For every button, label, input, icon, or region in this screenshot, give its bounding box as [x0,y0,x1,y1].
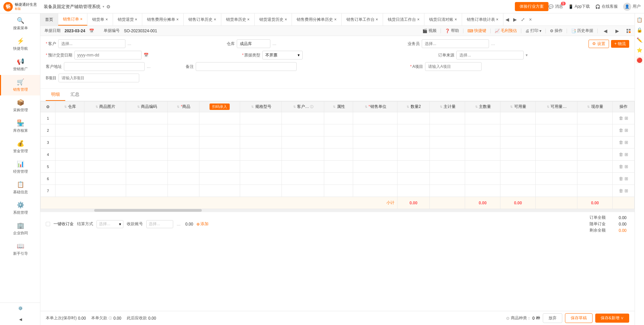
sidebar-item-marketing[interactable]: 📢 营销推广 [0,54,40,75]
toolbar-nav-prev[interactable]: ◀ [602,28,609,34]
tab-sales-expense[interactable]: 销售费用分摊单 × [142,13,184,26]
sidebar-item-sales[interactable]: 🛒 销售管理 [0,75,40,95]
tab-detail[interactable]: 明细 [46,89,65,101]
sort-customer-code[interactable]: ⇅ [293,105,296,109]
sidebar-collapse-btn[interactable]: ◀ [0,314,40,325]
col-header-gear[interactable]: ⚙ [41,101,55,112]
scan-btn[interactable]: 扫码录入 [210,104,230,110]
row-1-spec[interactable] [240,112,282,124]
add-logistics-btn[interactable]: + 物流 [611,40,629,48]
delivery-date-input[interactable] [74,51,142,59]
row-3-delete-icon[interactable]: 🗑 [619,140,623,145]
row-3-product[interactable] [168,136,199,149]
row-2-customer-code[interactable] [282,124,324,136]
order-source-input[interactable] [456,51,524,59]
system-settings-icon[interactable]: ⚙ [106,4,111,9]
tab-summary[interactable]: 汇总 [65,89,85,101]
row-3-image[interactable] [84,136,126,149]
warehouse-value[interactable]: 成品库 [237,39,270,48]
sort-image[interactable]: ⇅ [96,105,98,109]
row-1-qty2[interactable] [397,112,430,124]
right-btn-2[interactable]: 🔒 [636,26,643,34]
toolbar-preview[interactable]: 🎬 视频 [422,28,437,34]
sort-qty2[interactable]: ⇅ [407,105,409,109]
tab-return-history[interactable]: 销货退货历史 × [255,13,292,26]
tab-daily-workbench[interactable]: 钱货日清工作台 × [383,13,424,26]
row-2-code[interactable] [126,124,168,136]
deposit-checkbox[interactable] [46,222,50,226]
tab-sales-stats[interactable]: 销售订单统计表 × [462,13,503,26]
row-1-warehouse[interactable] [55,112,84,124]
tab-sales-order-history[interactable]: 销售订单历史 × [184,13,221,26]
row-1-product[interactable] [168,112,199,124]
tab-nav-next[interactable]: ▶ [511,17,519,22]
row-1-image[interactable] [84,112,126,124]
toolbar-shortcut[interactable]: ⌨ 快捷键 [467,28,486,34]
sort-main-qty[interactable]: ⇅ [475,105,478,109]
row-2-qty2[interactable] [397,124,430,136]
table-scrollbar[interactable] [40,209,635,212]
app-download-item[interactable]: 📱 App下载 [568,4,590,9]
address-more-icon[interactable]: … [147,64,151,69]
sort-unit[interactable]: ⇅ [365,105,368,109]
tab-home[interactable]: 首页 [40,13,58,26]
row-1-available2[interactable] [536,112,577,124]
row-1-delete-icon[interactable]: 🗑 [619,116,623,121]
payment-method-select[interactable]: 选择... ▾ [97,220,123,228]
sidebar-item-operations[interactable]: 📊 经营管理 [0,157,40,177]
row-1-attribute[interactable] [324,112,353,124]
right-btn-4[interactable]: ⭐ [636,46,643,54]
row-2-available2[interactable] [536,124,577,136]
row-5-delete-icon[interactable]: 🗑 [619,164,623,169]
next-help-icon[interactable]: ⓘ [109,316,112,321]
row-3-copy-icon[interactable]: ⊞ [624,140,628,145]
right-btn-5[interactable]: 🔴 [636,56,643,64]
save-draft-button[interactable]: 保存草稿 [565,313,593,323]
sidebar-item-base[interactable]: 📋 基础信息 [0,177,40,198]
row-6-delete-icon[interactable]: 🗑 [619,176,623,181]
right-btn-1[interactable]: 📋 [636,16,643,24]
add-payment-btn[interactable]: ⊕ 添加 [196,221,209,227]
tab-maximize[interactable]: ⤢ [519,17,527,22]
row-2-attribute[interactable] [324,124,353,136]
toolbar-profit[interactable]: 📈 毛利预估 [495,28,517,34]
calendar-icon[interactable]: 📅 [89,29,94,33]
b-project-input[interactable] [59,74,139,82]
tab-sales-return[interactable]: 销货退货 × [113,13,142,26]
tab-order-workbench[interactable]: 销售订单工作台 × [342,13,383,26]
row-2-image[interactable] [84,124,126,136]
message-icon-item[interactable]: 💬 消息 9 [548,4,563,9]
toolbar-history[interactable]: 📑 历史单据 [571,28,593,34]
tab-sales-goods[interactable]: 销货单 × [87,13,113,26]
sidebar-item-finance[interactable]: 💰 资金管理 [0,136,40,157]
calendar2-icon[interactable]: 📅 [144,53,149,57]
sort-attribute[interactable]: ⇅ [333,105,336,109]
trial-button[interactable]: 体验行业方案 [515,2,548,11]
sidebar-item-quick[interactable]: ⚡ 快捷导航 [0,34,40,54]
a-project-input[interactable] [425,62,482,71]
sidebar-item-system[interactable]: ⚙️ 系统管理 [0,198,40,218]
online-support-item[interactable]: 🎧 在线客服 [595,4,618,9]
sort-spec[interactable]: ⇅ [251,105,254,109]
row-1-available[interactable] [500,112,536,124]
row-7-copy-icon[interactable]: ⊞ [624,188,628,193]
staff-more-icon[interactable]: … [491,41,495,46]
order-source-more-icon[interactable]: ▾ [526,53,528,57]
tab-daily-reconcile[interactable]: 钱货日清对账 × [424,13,462,26]
row-2-spec[interactable] [240,124,282,136]
row-4-copy-icon[interactable]: ⊞ [624,152,628,157]
row-3-code[interactable] [126,136,168,149]
sidebar-item-guide[interactable]: 📖 新手引导 [0,239,40,259]
toolbar-grid-icon[interactable] [627,29,631,33]
row-2-unit[interactable] [353,124,397,136]
row-7-delete-icon[interactable]: 🗑 [619,188,623,193]
row-1-main-qty[interactable] [465,112,500,124]
sidebar-item-enterprise[interactable]: 🏢 企业协同 [0,218,40,239]
row-6-copy-icon[interactable]: ⊞ [624,176,628,181]
discard-button[interactable]: 放弃 [543,313,562,323]
tab-goods-history[interactable]: 销货单历史 × [221,13,255,26]
right-btn-3[interactable]: ✏️ [636,36,643,44]
row-2-current[interactable] [577,124,613,136]
remark-input[interactable] [196,62,297,71]
warehouse-more-icon[interactable]: … [272,41,276,46]
